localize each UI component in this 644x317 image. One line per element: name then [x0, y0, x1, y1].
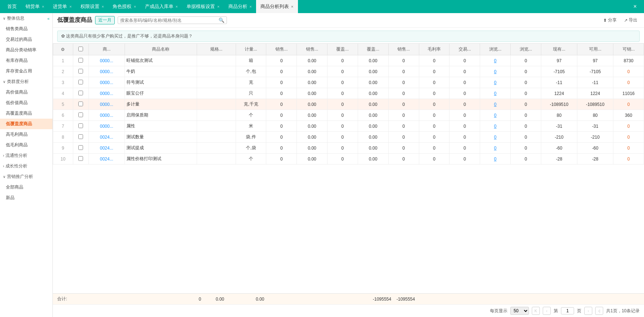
nav-permission[interactable]: 权限设置 × [76, 0, 108, 13]
last-page-btn[interactable]: ›| [595, 307, 603, 315]
sidebar-collapse-btn[interactable]: « [47, 16, 50, 21]
row-checkbox-cell[interactable] [73, 77, 89, 88]
th-cover2[interactable]: 覆盖... [358, 44, 388, 55]
close-goods-list-tab[interactable]: × [291, 4, 293, 9]
sidebar-item-low-value[interactable]: 低价值商品 [0, 98, 52, 108]
sidebar-item-all-goods[interactable]: 全部商品 [0, 182, 52, 193]
nav-goods-analysis-list[interactable]: 商品分析列表 × [256, 0, 298, 13]
row-checkbox[interactable] [78, 80, 83, 84]
share-btn[interactable]: ⬆ 分享 [601, 16, 619, 24]
sidebar-section-cluster[interactable]: ∨ 类群度分析 [0, 76, 52, 87]
close-goods-analysis-tab[interactable]: × [250, 4, 252, 9]
th-sales3[interactable]: 销售... [388, 44, 419, 55]
row-checkbox[interactable] [78, 145, 83, 150]
per-page-select[interactable]: 50 100 200 [510, 307, 529, 315]
select-all-checkbox[interactable] [78, 47, 83, 51]
row-checkbox-cell[interactable] [73, 143, 89, 154]
table-container[interactable]: ⚙ 商... 商品名称 规格... [53, 43, 644, 293]
search-icon[interactable]: 🔍 [219, 17, 224, 23]
th-name[interactable]: 商品名称 [125, 44, 197, 55]
row-checkbox[interactable] [78, 91, 83, 95]
nav-purchase[interactable]: 进货单 × [48, 0, 76, 13]
sidebar-item-low-margin[interactable]: 低毛利商品 [0, 140, 52, 150]
row-browse1[interactable]: 0 [480, 132, 511, 143]
nav-home[interactable]: 首页 [3, 0, 21, 13]
row-checkbox-cell[interactable] [73, 132, 89, 143]
page-number-input[interactable] [561, 307, 574, 314]
th-sales4[interactable]: 可销... [613, 44, 644, 55]
th-browse1[interactable]: 浏览... [480, 44, 511, 55]
row-checkbox[interactable] [78, 112, 83, 117]
row-checkbox-cell[interactable] [73, 66, 89, 77]
row-checkbox-cell[interactable] [73, 99, 89, 110]
th-sales1[interactable]: 销售... [266, 44, 297, 55]
sidebar-item-in-stock[interactable]: 有库存商品 [0, 55, 52, 66]
row-checkbox-cell[interactable] [73, 88, 89, 99]
row-browse1[interactable]: 0 [480, 143, 511, 154]
th-sales2[interactable]: 销售... [297, 44, 327, 55]
th-trade[interactable]: 交易... [449, 44, 480, 55]
nav-role[interactable]: 角色授权 × [108, 0, 140, 13]
sidebar-item-traded-goods[interactable]: 交易过的商品 [0, 34, 52, 45]
row-checkbox-cell[interactable] [73, 121, 89, 132]
th-stock1[interactable]: 现有... [541, 44, 577, 55]
next-page-btn[interactable]: › [584, 307, 592, 315]
row-stock2: 1224 [577, 88, 613, 99]
close-sales-tab[interactable]: × [42, 4, 44, 9]
row-browse1[interactable]: 0 [480, 99, 511, 110]
row-browse1[interactable]: 0 [480, 110, 511, 121]
search-input[interactable] [120, 18, 217, 23]
gear-icon[interactable]: ⚙ [61, 47, 65, 52]
th-spec[interactable]: 规格... [197, 44, 236, 55]
row-browse1[interactable]: 0 [480, 88, 511, 99]
sidebar-section-marketing[interactable]: ∨ 营销推广分析 [0, 171, 52, 182]
th-gross[interactable]: 毛利率 [419, 44, 449, 55]
row-checkbox-cell[interactable] [73, 154, 89, 165]
th-code[interactable]: 商... [89, 44, 125, 55]
row-checkbox[interactable] [78, 58, 83, 63]
sidebar-item-sales-goods[interactable]: 销售类商品 [0, 24, 52, 34]
row-checkbox-cell[interactable] [73, 110, 89, 121]
row-checkbox[interactable] [78, 69, 83, 74]
sidebar-item-stock-capital[interactable]: 库存资金占用 [0, 66, 52, 76]
row-browse1[interactable]: 0 [480, 66, 511, 77]
close-product-tab[interactable]: × [176, 4, 178, 9]
th-unit[interactable]: 计量... [236, 44, 266, 55]
first-page-btn[interactable]: K [532, 307, 540, 315]
row-browse1[interactable]: 0 [480, 55, 511, 66]
sidebar-item-low-coverage[interactable]: 低覆盖度商品 [0, 119, 52, 129]
sidebar-section-growth[interactable]: › 成长性分析 [0, 161, 52, 171]
nav-sales[interactable]: 销货单 × [21, 0, 48, 13]
row-browse1[interactable]: 0 [480, 121, 511, 132]
th-gear[interactable]: ⚙ [53, 44, 73, 55]
sidebar-item-high-value[interactable]: 高价值商品 [0, 87, 52, 98]
row-browse1[interactable]: 0 [480, 154, 511, 165]
row-checkbox[interactable] [78, 123, 83, 128]
nav-template[interactable]: 单据模板设置 × [182, 0, 224, 13]
th-check[interactable] [73, 44, 89, 55]
export-btn[interactable]: ↗ 导出 [622, 16, 640, 24]
sidebar-item-high-margin[interactable]: 高毛利商品 [0, 129, 52, 140]
sidebar-section-overall[interactable]: ∨ 整体信息 « [0, 13, 52, 24]
th-stock2[interactable]: 可用... [577, 44, 613, 55]
close-purchase-tab[interactable]: × [69, 4, 71, 9]
sidebar-item-high-coverage[interactable]: 高覆盖度商品 [0, 108, 52, 119]
row-checkbox[interactable] [78, 156, 83, 161]
close-permission-tab[interactable]: × [102, 4, 104, 9]
nav-product-entry[interactable]: 产成品入库单 × [141, 0, 182, 13]
window-close-button[interactable]: × [629, 3, 641, 10]
row-browse1[interactable]: 0 [480, 77, 511, 88]
prev-page-btn[interactable]: ‹ [543, 307, 551, 315]
row-checkbox[interactable] [78, 102, 83, 106]
sidebar-item-category-rate[interactable]: 商品分类动销率 [0, 45, 52, 55]
filter-recent-month-btn[interactable]: 近一月 [95, 16, 115, 24]
row-checkbox-cell[interactable] [73, 55, 89, 66]
th-cover1[interactable]: 覆盖... [327, 44, 358, 55]
sidebar-section-circulation[interactable]: › 流通性分析 [0, 150, 52, 161]
sidebar-item-new-goods[interactable]: 新品 [0, 193, 52, 203]
nav-goods-analysis[interactable]: 商品分析 × [224, 0, 256, 13]
th-browse2[interactable]: 浏览... [511, 44, 541, 55]
close-role-tab[interactable]: × [134, 4, 136, 9]
close-template-tab[interactable]: × [217, 4, 219, 9]
row-checkbox[interactable] [78, 134, 83, 139]
